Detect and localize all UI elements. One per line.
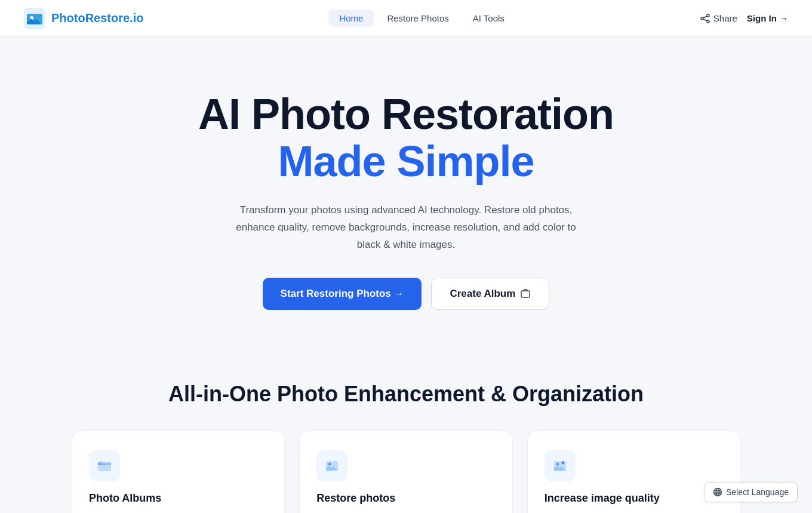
restore-card-title: Restore photos [316, 492, 495, 505]
albums-card-title: Photo Albums [89, 492, 267, 505]
image-icon [324, 458, 340, 474]
create-album-button[interactable]: Create Album [431, 278, 549, 310]
main-nav: Home Restore Photos AI Tools [328, 10, 515, 27]
features-grid: Photo Albums Create and organize photo a… [72, 431, 740, 513]
language-selector[interactable]: Select Language [704, 482, 798, 502]
header-right: Share Sign In → [700, 13, 788, 23]
globe-icon [713, 487, 722, 497]
sign-in-button[interactable]: Sign In → [747, 13, 788, 23]
feature-card-albums: Photo Albums Create and organize photo a… [72, 431, 285, 513]
svg-point-9 [328, 463, 331, 465]
nav-home[interactable]: Home [328, 10, 374, 27]
hero-title-line1: AI Photo Restoration [12, 91, 800, 138]
svg-point-5 [701, 17, 703, 20]
share-label: Share [713, 13, 737, 23]
features-section: All-in-One Photo Enhancement & Organizat… [0, 346, 812, 513]
albums-icon-wrap [89, 450, 120, 481]
folder-icon [97, 458, 112, 474]
hero-buttons: Start Restoring Photos → Create Album [12, 278, 800, 310]
share-icon [700, 14, 710, 23]
logo[interactable]: PhotoRestore.io [24, 8, 143, 29]
share-button[interactable]: Share [700, 13, 737, 23]
restore-card-desc: Restore old, damaged, or blurry photos t… [316, 511, 495, 513]
quality-card-desc: Enhance image quality by removing noise,… [545, 511, 723, 513]
svg-point-11 [556, 463, 559, 465]
create-album-label: Create Album [450, 288, 515, 300]
nav-restore-photos[interactable]: Restore Photos [376, 10, 459, 27]
album-icon [520, 288, 531, 299]
albums-card-desc: Create and organize photo albums. Share … [89, 511, 267, 513]
sparkle-icon [552, 458, 568, 474]
hero-section: AI Photo Restoration Made Simple Transfo… [0, 37, 812, 346]
start-restoring-button[interactable]: Start Restoring Photos → [263, 278, 422, 310]
quality-icon-wrap [545, 450, 576, 481]
restore-icon-wrap [316, 450, 347, 481]
quality-card-title: Increase image quality [545, 492, 723, 505]
svg-point-3 [707, 14, 709, 17]
logo-text: PhotoRestore.io [51, 11, 143, 25]
language-label: Select Language [726, 487, 789, 497]
nav-ai-tools[interactable]: AI Tools [462, 10, 515, 27]
feature-card-restore: Restore photos Restore old, damaged, or … [299, 431, 512, 513]
hero-description: Transform your photos using advanced AI … [233, 202, 579, 254]
svg-point-4 [707, 20, 709, 23]
logo-icon [24, 8, 45, 29]
svg-rect-6 [521, 291, 530, 297]
features-title: All-in-One Photo Enhancement & Organizat… [24, 382, 788, 407]
hero-title-line2: Made Simple [12, 138, 800, 185]
